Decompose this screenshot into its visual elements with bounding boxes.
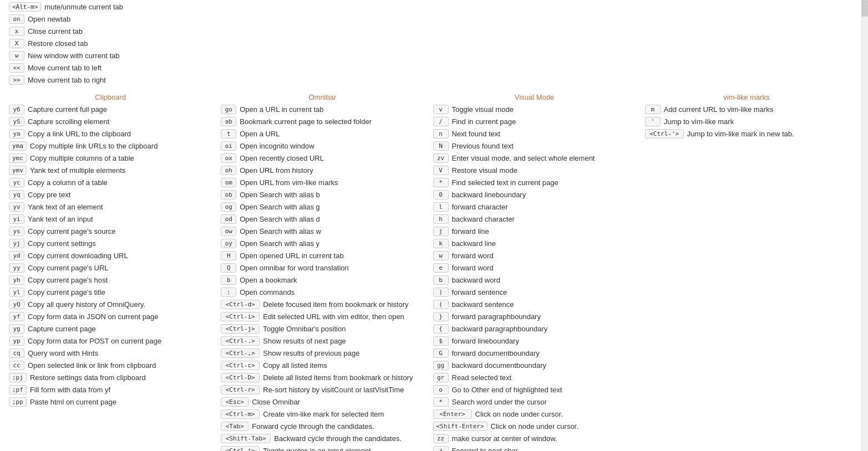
shortcut-row: $forward lineboundary (433, 335, 636, 346)
section-header-omnibar[interactable]: Omnibar (221, 93, 424, 101)
action-text: Open Search with alias d (240, 215, 424, 223)
visual-mode-column: Visual ModevToggle visual mode/Find in c… (429, 89, 641, 451)
key-badge: w (433, 251, 449, 260)
key-badge: w (9, 51, 24, 60)
action-text: backward paragraphboundary (452, 325, 636, 333)
key-badge: z (433, 446, 449, 452)
shortcut-row: tOpen a URL (221, 128, 424, 139)
shortcut-row: <Ctrl-m>Create vim-like mark for selecte… (221, 408, 424, 419)
top-rows-section: <Alt-m>mute/unmute current tabonOpen new… (0, 0, 868, 89)
omnibar-column: OmnibargoOpen a URL in current tababBook… (216, 89, 428, 451)
key-badge: h (433, 214, 449, 224)
action-text: Copy all listed items (263, 361, 424, 370)
shortcut-row: <Ctrl-r>Re-sort history by visitCount or… (221, 384, 424, 395)
action-text: forward paragraphboundary (452, 312, 636, 321)
shortcut-row: bOpen a bookmark (221, 274, 424, 285)
action-text: Click on node under cursor. (475, 410, 636, 418)
shortcut-row: ymaCopy multiple link URLs to the clipbo… (9, 140, 212, 151)
shortcut-row: <Ctrl-.>Show results of next page (221, 335, 424, 346)
action-text: Search word under the cursor (452, 398, 636, 406)
action-text: Copy multiple columns of a table (30, 154, 212, 162)
scrollbar[interactable] (861, 0, 868, 451)
key-badge: ;pf (9, 385, 27, 394)
key-badge: <Ctrl-r> (221, 385, 260, 394)
action-text: Copy current settings (28, 239, 212, 248)
action-text: Open URL from vim-like marks (240, 178, 424, 187)
shortcut-row: <Shift-Enter>Click on node under cursor. (433, 421, 636, 432)
scrollbar-thumb[interactable] (861, 0, 868, 17)
shortcut-row: Gforward documentboundary (433, 347, 636, 358)
shortcut-row: <Ctrl-'>Jump to vim-like mark in new tab… (645, 128, 848, 139)
key-badge: <Ctrl-D> (221, 373, 260, 382)
key-badge: ymc (9, 153, 27, 163)
key-badge: v (433, 105, 449, 114)
action-text: forward lineboundary (452, 337, 636, 345)
action-text: Copy form data for POST on current page (28, 337, 212, 345)
key-badge: yh (9, 275, 24, 285)
shortcut-row: QOpen omnibar for word translation (221, 262, 424, 273)
shortcut-row: oyOpen Search with alias y (221, 238, 424, 249)
shortcut-row: VRestore visual mode (433, 165, 636, 176)
top-shortcut-row: <<Move current tab to left (9, 62, 859, 73)
shortcut-row: 0backward lineboundary (433, 189, 636, 200)
key-badge: ' (645, 117, 661, 126)
shortcut-row: <Ctrl-c>Copy all listed items (221, 360, 424, 371)
section-header-clipboard[interactable]: Clipboard (9, 93, 212, 101)
shortcut-row: ySCapture scrolling element (9, 116, 212, 127)
shortcut-row: ;ppPaste html on current page (9, 396, 212, 407)
action-text: forward word (452, 264, 636, 272)
action-text: Copy a column of a table (28, 178, 212, 187)
shortcut-row: <Ctrl-i>Edit selected URL with vim edito… (221, 311, 424, 322)
action-text: Open incognito window (240, 142, 424, 150)
key-badge: yQ (9, 300, 24, 309)
section-header-visual_mode[interactable]: Visual Mode (433, 93, 636, 101)
shortcut-row: ccOpen selected link or link from clipbo… (9, 360, 212, 371)
key-badge: ( (433, 300, 449, 309)
key-badge: << (9, 63, 24, 73)
action-text: Forward to next char. (452, 447, 636, 452)
key-badge: <Shift-Tab> (221, 434, 271, 443)
action-text: backward word (452, 276, 636, 284)
action-text: Open commands (240, 288, 424, 296)
action-text: Open a URL (240, 130, 424, 138)
action-text: Backward cycle through the candidates. (274, 434, 424, 443)
key-badge: <Ctrl-.> (221, 336, 260, 346)
shortcut-row: ypCopy form data for POST on current pag… (9, 335, 212, 346)
key-badge: zz (433, 434, 449, 443)
key-badge: yv (9, 202, 24, 212)
key-badge: } (433, 312, 449, 321)
key-badge: <Shift-Enter> (433, 422, 488, 431)
action-text: Open a bookmark (240, 276, 424, 284)
key-badge: $ (433, 336, 449, 346)
action-text: Open recently closed URL (240, 154, 424, 162)
shortcut-row: HOpen opened URL in current tab (221, 250, 424, 261)
section-header-vim_marks[interactable]: vim-like marks (645, 93, 848, 101)
key-badge: yj (9, 239, 24, 248)
action-text: Capture scrolling element (28, 117, 212, 126)
shortcut-row: omOpen URL from vim-like marks (221, 177, 424, 188)
action-text: Go to Other end of highlighted text (452, 386, 636, 394)
key-badge: ow (221, 227, 236, 236)
shortcut-row: goOpen a URL in current tab (221, 104, 424, 115)
action-text: Jump to vim-like mark in new tab. (687, 130, 848, 138)
shortcut-row: /Find in current page (433, 116, 636, 127)
shortcut-row: <Ctrl-j>Toggle Omnibar's position (221, 323, 424, 334)
key-badge: cc (9, 361, 24, 370)
shortcut-row: <Tab>Forward cycle through the candidate… (221, 421, 424, 432)
shortcut-row: yбCapture current full page (9, 104, 212, 115)
action-text: Query word with Hints (28, 349, 212, 357)
action-text: Copy pre text (28, 191, 212, 199)
shortcut-row: yyCopy current page's URL (9, 262, 212, 273)
top-shortcut-row: wNew window with current tab (9, 50, 859, 61)
key-badge: zv (433, 153, 449, 163)
shortcut-row: wforward word (433, 250, 636, 261)
shortcut-row: ogOpen Search with alias g (221, 201, 424, 212)
key-badge: yl (9, 288, 24, 297)
key-badge: Q (221, 263, 236, 273)
action-text: Capture current full page (28, 105, 212, 114)
key-badge: on (9, 14, 24, 24)
key-badge: G (433, 348, 449, 358)
key-badge: oh (221, 166, 236, 175)
key-badge: yy (9, 263, 24, 273)
action-text: Toggle quotes in an input element (263, 447, 424, 452)
